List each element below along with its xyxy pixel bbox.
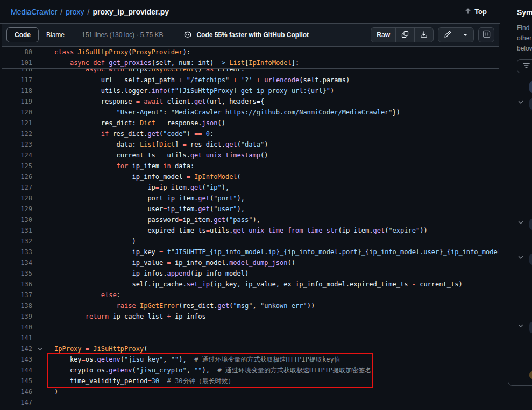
line-number[interactable]: 145: [2, 376, 32, 386]
line-number[interactable]: 128: [2, 193, 32, 204]
download-icon: [420, 31, 428, 40]
collapse-spacer: [32, 96, 53, 107]
breadcrumb-file-name: proxy_ip_provider.py: [93, 8, 169, 16]
code-text: if res_dict.get("code") == 0:: [54, 128, 214, 139]
line-number[interactable]: 119: [2, 96, 32, 107]
arrow-up-icon: [465, 8, 471, 16]
code-line-120: 120 "User-Agent": "MediaCrawler https://…: [2, 107, 499, 118]
code-text: class JiSuHttpProxy(ProxyProvider):: [54, 47, 190, 57]
collapse-spacer: [32, 365, 53, 376]
line-number[interactable]: 121: [2, 118, 32, 128]
line-number[interactable]: 125: [2, 161, 32, 171]
collapse-spacer: [32, 290, 53, 300]
raw-button[interactable]: Raw: [371, 28, 395, 42]
chevron-down-icon[interactable]: [517, 253, 524, 263]
symbol-item[interactable]: [529, 371, 532, 379]
line-number[interactable]: 135: [2, 268, 32, 279]
code-line-128: 128 port=ip_item.get("port"),: [2, 193, 499, 204]
line-number[interactable]: 141: [2, 333, 32, 343]
collapse-spacer: [32, 300, 53, 311]
collapse-spacer: [32, 47, 53, 57]
line-number[interactable]: 127: [2, 182, 32, 193]
line-number[interactable]: 101: [2, 57, 32, 68]
line-number[interactable]: 138: [2, 300, 32, 311]
line-number[interactable]: 130: [2, 214, 32, 225]
code-line-118: 118 utils.logger.info(f"[JiSuHttpProxy] …: [2, 85, 499, 96]
code-line-80: 80class JiSuHttpProxy(ProxyProvider):: [2, 47, 499, 57]
collapse-spacer: [32, 75, 53, 85]
code-line-140: 140: [2, 322, 499, 333]
line-number[interactable]: 144: [2, 365, 32, 376]
code-line-101: 101 async def get_proxies(self, num: int…: [2, 57, 499, 68]
line-number[interactable]: 134: [2, 257, 32, 268]
symbol-item[interactable]: [529, 81, 532, 93]
breadcrumb-repo-link[interactable]: MediaCrawler: [11, 8, 57, 16]
edit-file-button[interactable]: [438, 28, 457, 42]
symbols-panel-toggle-button[interactable]: [478, 27, 494, 42]
symbol-item[interactable]: [529, 98, 532, 110]
tab-blame[interactable]: Blame: [39, 27, 72, 42]
line-number[interactable]: 129: [2, 204, 32, 214]
download-raw-button[interactable]: [414, 28, 433, 42]
code-line-145: 145 time_validity_period=30 # 30分钟（最长时效）: [2, 376, 499, 386]
symbols-description-line: other: [517, 33, 532, 44]
code-text: "User-Agent": "MediaCrawler https://gith…: [54, 107, 400, 118]
code-text: current_ts = utils.get_unix_timestamp(): [54, 150, 268, 161]
code-line-143: 143 key=os.getenv("jisu_key", ""), # 通过环…: [2, 354, 499, 365]
line-number[interactable]: 137: [2, 290, 32, 300]
copy-raw-button[interactable]: [395, 28, 414, 42]
line-number[interactable]: 123: [2, 139, 32, 150]
collapse-spacer: [32, 322, 53, 333]
code-line-122: 122 if res_dict.get("code") == 0:: [2, 128, 499, 139]
line-number[interactable]: 126: [2, 171, 32, 182]
code-line-147: 147: [2, 397, 499, 408]
line-number[interactable]: 140: [2, 322, 32, 333]
collapse-spacer: [32, 247, 53, 257]
line-number[interactable]: 147: [2, 397, 32, 408]
code-text: ip_key = f"JISUHTTP_{ip_info_model.ip}_{…: [54, 247, 499, 257]
symbol-item[interactable]: [529, 322, 532, 333]
filter-symbols-input[interactable]: [517, 59, 532, 73]
line-number[interactable]: 139: [2, 311, 32, 322]
line-number[interactable]: 142: [2, 343, 32, 354]
line-number[interactable]: 118: [2, 85, 32, 96]
line-number[interactable]: 120: [2, 107, 32, 118]
copy-icon: [401, 31, 409, 40]
file-actions: Raw: [371, 27, 494, 42]
code-text: res_dict: Dict = response.json(): [54, 118, 225, 128]
line-number[interactable]: 117: [2, 75, 32, 85]
scroll-to-top-button[interactable]: Top: [460, 5, 491, 18]
collapse-spacer: [32, 354, 53, 365]
symbol-item[interactable]: [529, 219, 532, 230]
line-number[interactable]: 133: [2, 247, 32, 257]
code-line-146: 146): [2, 386, 499, 397]
collapse-spacer: [32, 161, 53, 171]
edit-split-button: [438, 27, 474, 42]
collapse-spacer: [32, 311, 53, 322]
line-number[interactable]: 131: [2, 225, 32, 236]
code-line-136: 136 self.ip_cache.set_ip(ip_key, ip_valu…: [2, 279, 499, 290]
collapse-chevron-icon[interactable]: [32, 343, 53, 354]
line-number[interactable]: 132: [2, 236, 32, 247]
line-number[interactable]: 122: [2, 128, 32, 139]
line-number[interactable]: 80: [2, 47, 32, 57]
line-number[interactable]: 124: [2, 150, 32, 161]
symbol-item[interactable]: [529, 254, 532, 265]
code-line-117: 117 url = self.api_path + "/fetchips" + …: [2, 75, 499, 85]
chevron-down-icon[interactable]: [517, 321, 524, 331]
collapse-spacer: [32, 193, 53, 204]
code-area: 116 async with httpx.AsyncClient() as cl…: [2, 47, 499, 409]
line-number[interactable]: 136: [2, 279, 32, 290]
chevron-down-icon[interactable]: [517, 218, 524, 228]
line-number[interactable]: 146: [2, 386, 32, 397]
line-number[interactable]: 143: [2, 354, 32, 365]
top-button-label: Top: [474, 8, 487, 16]
tab-code[interactable]: Code: [6, 27, 39, 42]
copilot-icon: [183, 30, 192, 40]
edit-dropdown-button[interactable]: [457, 28, 473, 42]
breadcrumb-folder-link[interactable]: proxy: [66, 8, 84, 16]
code-line-125: 125 for ip_item in data:: [2, 161, 499, 171]
chevron-down-icon[interactable]: [517, 98, 524, 107]
main-column: MediaCrawler / proxy / proxy_ip_provider…: [0, 0, 500, 410]
collapse-spacer: [32, 236, 53, 247]
